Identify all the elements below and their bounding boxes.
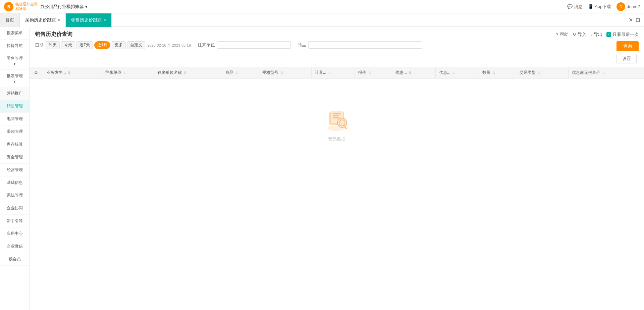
tab-sales-history[interactable]: 销售历史价跟踪 × <box>66 13 112 27</box>
gear-icon[interactable]: ⚙ <box>34 70 38 75</box>
new-guide-label: 新手引导 <box>1 218 28 224</box>
chevron-up-icon: ▴ <box>14 80 15 83</box>
empty-illustration <box>323 105 350 132</box>
finance-mgmt-label: 资金管理 <box>1 154 28 160</box>
tab-purchase-history-close[interactable]: × <box>58 18 60 22</box>
app-center-label: 应用中心 <box>1 231 28 237</box>
partner-input-placeholder: ... <box>220 43 223 47</box>
sidebar-item-wholesale-mgmt[interactable]: 批发管理 ▴ <box>0 70 29 87</box>
col-partner-code[interactable]: 往来单位 ⇅ <box>102 67 154 79</box>
col-pre-tax-price[interactable]: 优惠前无税单价 ⇅ <box>569 67 644 79</box>
user-menu[interactable]: D demo2 <box>616 2 640 11</box>
enterprise-wechat-label: 企业微信 <box>1 244 28 249</box>
page-title-row: 销售历史价查询 ? 帮助 ↻ 导入 ↓ 导出 ✓ <box>35 31 639 38</box>
col-unit[interactable]: 计量... ⇅ <box>311 67 355 79</box>
sidebar-item-marketing[interactable]: 营销推广 <box>0 87 29 100</box>
purchase-mgmt-label: 采购管理 <box>1 129 28 135</box>
col-spec[interactable]: 规格型号 ⇅ <box>259 67 311 79</box>
empty-state: 暂无数据 <box>30 79 644 169</box>
member-label: 畅会员 <box>1 256 28 262</box>
col-biz-date[interactable]: 业务发生... ⇅ <box>43 67 102 79</box>
sort-icon-qty: ⇅ <box>492 71 495 74</box>
filter-row: 日期 昨天 今天 近7天 近1月 更多 自定义 2023-02-18 至 202… <box>35 41 639 67</box>
top-bar: 6 畅捷通好生意 标准版 办公用品行业模拟账套 ▾ 💬 消息 📱 App下载 D <box>0 0 644 13</box>
partner-filter-group: 往来单位 ... <box>198 41 291 49</box>
sort-icon-goods: ⇅ <box>235 71 238 74</box>
help-btn[interactable]: ? 帮助 <box>556 32 568 38</box>
sidebar-item-app-center[interactable]: 应用中心 <box>0 227 29 240</box>
sidebar: 搜索菜单 快捷导航 零售管理 ▾ 批发管理 ▴ 营销推广 销售管理 电商管理 采… <box>0 27 30 310</box>
sales-mgmt-label: 销售管理 <box>1 103 28 109</box>
sidebar-item-sales-mgmt[interactable]: 销售管理 <box>0 100 29 113</box>
table-container: ⚙ 业务发生... ⇅ 往来单位 ⇅ 往来单位名称 <box>30 67 644 310</box>
sidebar-item-new-guide[interactable]: 新手引导 <box>0 215 29 227</box>
date-btn-more[interactable]: 更多 <box>112 41 126 49</box>
sidebar-item-system-mgmt[interactable]: 系统管理 <box>0 189 29 202</box>
sort-icon-discount1: ⇅ <box>409 71 411 74</box>
sidebar-item-finance-mgmt[interactable]: 资金管理 <box>0 151 29 164</box>
date-btn-custom[interactable]: 自定义 <box>127 41 145 49</box>
date-btn-yesterday[interactable]: 昨天 <box>46 41 60 49</box>
logo-text: 畅捷通好生意 标准版 <box>15 2 38 11</box>
top-bar-right: 💬 消息 📱 App下载 D demo2 <box>567 2 640 11</box>
restore-tab-action[interactable]: ⊡ <box>636 17 640 23</box>
col-price[interactable]: 报价 ⇅ <box>355 67 392 79</box>
date-btn-1month[interactable]: 近1月 <box>94 41 111 49</box>
only-last-checkbox[interactable]: ✓ <box>606 32 611 37</box>
app-download-btn[interactable]: 📱 App下载 <box>588 4 611 10</box>
sidebar-item-quick-nav[interactable]: 快捷导航 <box>0 40 29 52</box>
col-discount2[interactable]: 优惠... ⇅ <box>435 67 479 79</box>
message-btn[interactable]: 💬 消息 <box>567 4 583 10</box>
logo-area: 6 畅捷通好生意 标准版 <box>4 2 38 11</box>
sort-icon-pre-tax-price: ⇅ <box>602 71 605 74</box>
message-icon: 💬 <box>567 4 573 9</box>
date-btn-today[interactable]: 今天 <box>61 41 75 49</box>
partner-input[interactable]: ... <box>217 41 291 49</box>
only-last-check[interactable]: ✓ 只看最后一次 <box>606 32 639 38</box>
content-area: 销售历史价查询 ? 帮助 ↻ 导入 ↓ 导出 ✓ <box>30 27 644 310</box>
retail-mgmt-label: 零售管理 <box>1 56 28 61</box>
wholesale-mgmt-label: 批发管理 <box>1 73 28 79</box>
col-qty[interactable]: 数量 ⇅ <box>479 67 516 79</box>
sidebar-item-enterprise-collab[interactable]: 企业协同 <box>0 202 29 215</box>
settings-button[interactable]: 设置 <box>616 54 637 63</box>
system-mgmt-label: 系统管理 <box>1 193 28 198</box>
tab-sales-history-close[interactable]: × <box>104 18 106 22</box>
close-tab-action[interactable]: ✕ <box>629 17 633 23</box>
tab-purchase-history[interactable]: 采购历史价跟踪 × <box>20 13 66 27</box>
date-range: 2023-02-18 至 2023-03-18 <box>147 43 191 48</box>
sidebar-item-inventory[interactable]: 库存核算 <box>0 138 29 151</box>
svg-rect-3 <box>333 113 341 114</box>
col-tx-type[interactable]: 交易类型 ⇅ <box>516 67 569 79</box>
date-btn-7days[interactable]: 近7天 <box>76 41 93 49</box>
goods-filter-group: 商品 ... <box>298 41 422 49</box>
sidebar-item-member[interactable]: 畅会员 <box>0 253 29 266</box>
sort-icon-partner-code: ⇅ <box>123 71 126 74</box>
import-btn[interactable]: ↻ 导入 <box>573 32 586 38</box>
top-center: 办公用品行业模拟账套 ▾ <box>40 4 88 10</box>
query-button[interactable]: 查询 <box>616 41 639 51</box>
sidebar-item-ecommerce-mgmt[interactable]: 电商管理 <box>0 113 29 125</box>
sort-icon-price: ⇅ <box>368 71 371 74</box>
partner-label: 往来单位 <box>198 42 215 48</box>
sort-icon-tx-type: ⇅ <box>537 71 540 74</box>
empty-text: 暂无数据 <box>328 136 345 142</box>
sidebar-item-retail-mgmt[interactable]: 零售管理 ▾ <box>0 52 29 70</box>
svg-rect-4 <box>333 115 339 116</box>
sidebar-item-basic-info[interactable]: 基础信息 <box>0 176 29 189</box>
product-selector[interactable]: 办公用品行业模拟账套 ▾ <box>40 4 88 10</box>
col-discount1[interactable]: 优惠... ⇅ <box>392 67 436 79</box>
sidebar-item-purchase-mgmt[interactable]: 采购管理 <box>0 125 29 138</box>
goods-input[interactable]: ... <box>308 41 422 49</box>
phone-icon: 📱 <box>588 4 593 9</box>
sidebar-item-search-menu[interactable]: 搜索菜单 <box>0 27 29 40</box>
col-goods[interactable]: 商品 ⇅ <box>222 67 259 79</box>
tab-home[interactable]: 首页 <box>0 13 20 27</box>
col-partner-name[interactable]: 往来单位名称 ⇅ <box>154 67 222 79</box>
page-actions: ? 帮助 ↻ 导入 ↓ 导出 ✓ 只看最后一次 <box>556 32 639 38</box>
col-gear[interactable]: ⚙ <box>30 67 43 79</box>
sidebar-item-enterprise-wechat[interactable]: 企业微信 <box>0 240 29 253</box>
sidebar-item-business-mgmt[interactable]: 经营管理 <box>0 164 29 176</box>
goods-input-placeholder: ... <box>311 43 315 47</box>
export-btn[interactable]: ↓ 导出 <box>590 32 603 38</box>
